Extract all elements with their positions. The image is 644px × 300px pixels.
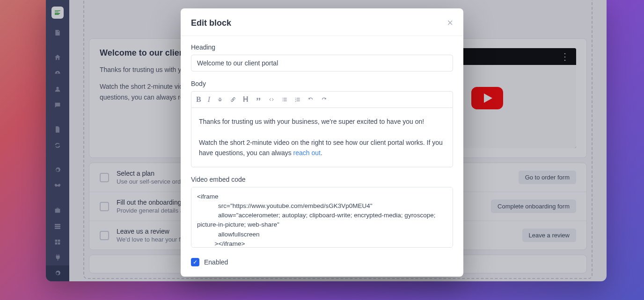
enabled-label: Enabled bbox=[204, 258, 228, 266]
close-icon[interactable]: × bbox=[447, 18, 453, 28]
quote-icon[interactable] bbox=[255, 95, 262, 104]
body-label: Body bbox=[191, 80, 453, 87]
body-editor[interactable]: Thanks for trusting us with your busines… bbox=[191, 107, 453, 167]
video-embed-label: Video embed code bbox=[191, 176, 453, 183]
heading-input[interactable] bbox=[191, 55, 453, 71]
modal-title: Edit block bbox=[191, 18, 231, 28]
heading-label: Heading bbox=[191, 43, 453, 51]
edit-block-modal: Edit block × Heading Body B I H bbox=[181, 8, 463, 277]
redo-icon[interactable] bbox=[321, 95, 327, 104]
bullet-list-icon[interactable] bbox=[281, 95, 288, 104]
bold-icon[interactable]: B bbox=[196, 95, 201, 104]
editor-p2: Watch the short 2-minute video on the ri… bbox=[199, 137, 445, 158]
strikethrough-icon[interactable] bbox=[217, 95, 223, 104]
ordered-list-icon[interactable] bbox=[294, 95, 301, 104]
heading-icon[interactable]: H bbox=[243, 95, 249, 104]
video-embed-input[interactable]: <iframe src="https://www.youtube.com/emb… bbox=[191, 187, 453, 248]
italic-icon[interactable]: I bbox=[208, 95, 210, 104]
undo-icon[interactable] bbox=[307, 95, 314, 104]
editor-toolbar: B I H bbox=[191, 91, 453, 107]
link-icon[interactable] bbox=[230, 95, 236, 104]
editor-p1: Thanks for trusting us with your busines… bbox=[199, 116, 445, 127]
enabled-row[interactable]: ✓ Enabled bbox=[191, 258, 453, 266]
code-icon[interactable] bbox=[268, 95, 275, 104]
modal-header: Edit block × bbox=[181, 8, 463, 36]
reach-out-link[interactable]: reach out bbox=[293, 149, 321, 157]
enabled-checkbox[interactable]: ✓ bbox=[191, 258, 199, 266]
